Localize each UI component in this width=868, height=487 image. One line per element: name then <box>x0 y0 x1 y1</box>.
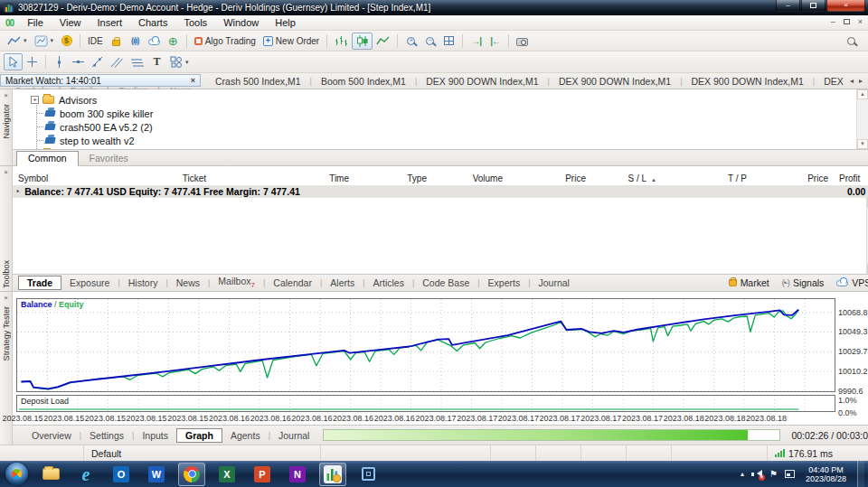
show-desktop-button[interactable] <box>857 461 864 487</box>
toolbox-tab-history[interactable]: History <box>120 276 166 289</box>
chart-shift-button[interactable]: |← <box>486 33 505 50</box>
scroll-up-icon[interactable]: ▲ <box>857 89 868 99</box>
menu-help[interactable]: Help <box>267 16 304 29</box>
fibonacci-tool-button[interactable] <box>127 53 147 70</box>
chart-tab[interactable]: DEX 900 DOWN Index,M1 <box>683 76 813 87</box>
toolbox-tab-calendar[interactable]: Calendar <box>265 276 320 289</box>
toolbox-tab-mailbox[interactable]: Mailbox7 <box>210 275 263 290</box>
connection-status[interactable]: 176.91 ms <box>767 445 868 461</box>
column-header-s-l[interactable]: S / L▲ <box>591 173 662 183</box>
toolbox-tab-experts[interactable]: Experts <box>480 276 529 289</box>
tester-tab-overview[interactable]: Overview <box>24 429 80 442</box>
navigator-tab-common[interactable]: Common <box>16 151 79 166</box>
line-chart-button[interactable] <box>373 33 393 50</box>
tree-item-step-to-wealth-v2[interactable]: step to wealth v2 <box>13 134 868 147</box>
chart-type-dropdown[interactable]: ▾ <box>4 33 31 50</box>
lock-button[interactable] <box>107 33 126 50</box>
scroll-tabs-right-button[interactable]: ▸ <box>859 77 863 85</box>
symbols-button[interactable]: $ <box>57 33 76 50</box>
strategy-tester-close-icon[interactable]: × <box>4 294 8 302</box>
search-button[interactable] <box>842 33 861 50</box>
auto-scroll-button[interactable]: →| <box>467 33 486 50</box>
deposit-load-plot[interactable]: Deposit Load <box>16 395 835 412</box>
navigator-close-icon[interactable]: × <box>4 91 8 99</box>
balance-row[interactable]: • Balance: 7 477.41 USD Equity: 7 477.41… <box>13 185 868 198</box>
vps-link[interactable]: VPS <box>836 277 868 288</box>
action-center-flag-icon[interactable]: ⚑ <box>769 469 778 479</box>
chart-tab[interactable]: DEX 900 DOWN Index,M1 <box>550 76 680 87</box>
signals-link[interactable]: (•-)Signals <box>782 277 825 288</box>
scroll-tabs-left-button[interactable]: ◂ <box>850 77 854 85</box>
menu-file[interactable]: File <box>19 16 52 29</box>
market-watch-header[interactable]: Market Watch: 14:40:01 × <box>0 74 201 87</box>
tester-tab-graph[interactable]: Graph <box>176 428 222 443</box>
menu-view[interactable]: View <box>52 16 90 29</box>
toolbox-tab-journal[interactable]: Journal <box>531 276 578 289</box>
taskbar-chrome-button[interactable] <box>178 463 205 486</box>
toolbox-tab-news[interactable]: News <box>168 276 208 289</box>
vertical-line-tool-button[interactable] <box>50 53 69 70</box>
taskbar-onenote-button[interactable]: N <box>284 463 311 486</box>
shapes-dropdown[interactable]: ▾ <box>166 53 193 70</box>
toolbox-tab-alerts[interactable]: Alerts <box>322 276 363 289</box>
toolbox-tab-exposure[interactable]: Exposure <box>61 276 118 289</box>
tester-tab-journal[interactable]: Journal <box>270 429 317 442</box>
horizontal-line-tool-button[interactable] <box>69 53 88 70</box>
tree-item-scripts[interactable]: +Scripts <box>13 147 868 149</box>
new-order-button[interactable]: + New Order <box>259 33 323 50</box>
child-minimize-button[interactable]: – <box>831 17 835 26</box>
column-header-price[interactable]: Price <box>508 173 591 183</box>
balance-equity-plot[interactable]: Balance / Equity <box>16 298 835 392</box>
navigator-scrollbar[interactable]: ▲ ▼ <box>856 89 868 149</box>
start-button[interactable] <box>5 463 28 485</box>
chart-tab[interactable]: DEX 900 DOWN Index,M1 <box>815 76 844 87</box>
chart-tab[interactable]: Boom 500 Index,M1 <box>312 76 415 87</box>
toolbox-close-icon[interactable]: × <box>4 168 8 176</box>
cursor-tool-button[interactable] <box>4 53 23 70</box>
child-close-button[interactable]: × <box>858 17 863 26</box>
algo-trading-button[interactable]: Algo Trading <box>191 33 259 50</box>
column-header-price[interactable]: Price <box>752 173 834 183</box>
maximize-button[interactable] <box>801 0 826 12</box>
channel-tool-button[interactable] <box>107 53 127 70</box>
taskbar-excel-button[interactable]: X <box>213 463 241 486</box>
expand-icon[interactable]: + <box>31 96 39 104</box>
menu-tools[interactable]: Tools <box>175 16 215 29</box>
trendline-tool-button[interactable] <box>88 53 107 70</box>
toolbox-tab-trade[interactable]: Trade <box>18 276 61 290</box>
tester-tab-agents[interactable]: Agents <box>222 429 269 442</box>
column-header-profit[interactable]: Profit <box>834 173 865 183</box>
status-cell-default[interactable]: Default <box>84 445 321 461</box>
taskbar-word-button[interactable]: W <box>143 463 170 486</box>
chart-tab[interactable]: Crash 500 Index,M1 <box>206 76 310 87</box>
taskbar-ie-button[interactable]: e <box>72 463 99 486</box>
tester-tab-settings[interactable]: Settings <box>81 429 132 442</box>
column-header-t-p[interactable]: T / P <box>662 173 752 183</box>
menu-insert[interactable]: Insert <box>90 16 131 29</box>
menu-charts[interactable]: Charts <box>130 16 175 29</box>
taskbar-clock[interactable]: 04:40 PM 2023/08/28 <box>806 465 846 483</box>
crosshair-tool-button[interactable] <box>23 53 42 70</box>
chart-tab[interactable]: DEX 900 DOWN Index,M1 <box>417 76 547 87</box>
toolbox-tab-code-base[interactable]: Code Base <box>414 276 477 289</box>
cloud-button[interactable] <box>145 33 164 50</box>
column-header-time[interactable]: Time <box>212 173 354 183</box>
text-tool-button[interactable]: T <box>147 53 166 70</box>
network-icon[interactable] <box>785 470 795 478</box>
taskbar-mt5-button[interactable] <box>319 463 346 486</box>
navigator-tab-favorites[interactable]: Favorites <box>79 152 139 165</box>
tile-windows-button[interactable] <box>439 33 458 50</box>
bar-chart-button[interactable] <box>331 33 352 50</box>
menu-window[interactable]: Window <box>215 16 267 29</box>
candlestick-chart-button[interactable] <box>352 33 373 50</box>
community-button[interactable]: ⊕ <box>164 33 183 50</box>
minimize-button[interactable]: – <box>776 0 800 12</box>
column-header-ticket[interactable]: Ticket <box>110 173 212 183</box>
column-header-type[interactable]: Type <box>354 173 432 183</box>
close-button[interactable]: × <box>826 0 865 12</box>
scroll-down-icon[interactable]: ▼ <box>857 139 868 149</box>
tree-item-boom-300-spike-killer[interactable]: boom 300 spike killer <box>13 107 868 120</box>
column-header-symbol[interactable]: Symbol <box>13 173 110 183</box>
tree-item-crash500-ea-v5-2-2-[interactable]: crash500 EA v5.2 (2) <box>13 120 868 134</box>
toolbox-tab-articles[interactable]: Articles <box>364 276 411 289</box>
